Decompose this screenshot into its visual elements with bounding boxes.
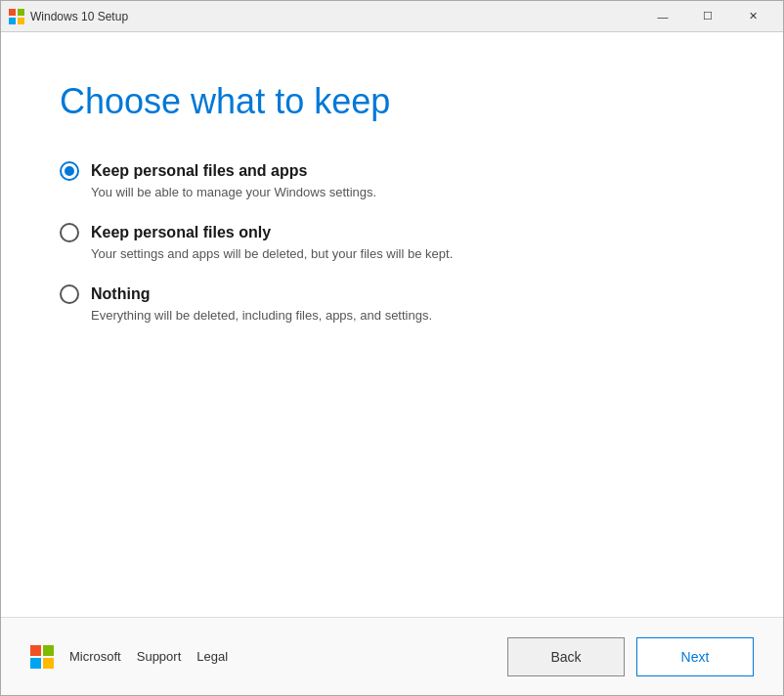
option-keep-all-desc: You will be able to manage your Windows … [91, 185, 724, 199]
footer: Microsoft Support Legal Back Next [1, 617, 783, 695]
option-keep-files: Keep personal files only Your settings a… [60, 223, 724, 261]
window-title: Windows 10 Setup [30, 10, 640, 23]
page-title: Choose what to keep [60, 81, 724, 122]
support-link[interactable]: Support [137, 649, 182, 664]
back-button[interactable]: Back [507, 637, 625, 676]
minimize-button[interactable]: — [640, 1, 685, 32]
microsoft-logo [30, 645, 54, 669]
legal-link[interactable]: Legal [196, 649, 228, 664]
options-list: Keep personal files and apps You will be… [60, 161, 724, 323]
option-keep-files-title: Keep personal files only [91, 224, 271, 241]
option-keep-files-desc: Your settings and apps will be deleted, … [91, 246, 724, 261]
option-keep-all: Keep personal files and apps You will be… [60, 161, 724, 199]
option-nothing: Nothing Everything will be deleted, incl… [60, 284, 724, 323]
option-nothing-label[interactable]: Nothing [60, 284, 724, 304]
close-button[interactable]: ✕ [730, 1, 775, 32]
radio-nothing[interactable] [60, 284, 79, 304]
window-controls: — ☐ ✕ [640, 1, 775, 32]
footer-brand: Microsoft Support Legal [30, 645, 228, 669]
option-nothing-title: Nothing [91, 285, 150, 303]
option-keep-all-label[interactable]: Keep personal files and apps [60, 161, 724, 181]
logo-yellow [43, 658, 54, 669]
option-nothing-desc: Everything will be deleted, including fi… [91, 308, 724, 323]
radio-keep-files[interactable] [60, 223, 79, 242]
main-content: Choose what to keep Keep personal files … [1, 32, 783, 617]
app-icon [9, 9, 24, 24]
titlebar: Windows 10 Setup — ☐ ✕ [1, 1, 783, 32]
footer-actions: Back Next [507, 637, 754, 676]
next-button[interactable]: Next [636, 637, 754, 676]
logo-green [43, 645, 54, 656]
radio-keep-all[interactable] [60, 161, 79, 181]
logo-blue [30, 658, 41, 669]
window: Windows 10 Setup — ☐ ✕ Choose what to ke… [0, 0, 784, 696]
option-keep-all-title: Keep personal files and apps [91, 162, 307, 180]
svg-rect-1 [18, 9, 24, 16]
logo-red [30, 645, 41, 656]
maximize-button[interactable]: ☐ [685, 1, 730, 32]
microsoft-label: Microsoft [69, 649, 121, 664]
svg-rect-0 [9, 9, 16, 16]
svg-rect-2 [9, 18, 16, 24]
svg-rect-3 [18, 18, 24, 24]
option-keep-files-label[interactable]: Keep personal files only [60, 223, 724, 242]
